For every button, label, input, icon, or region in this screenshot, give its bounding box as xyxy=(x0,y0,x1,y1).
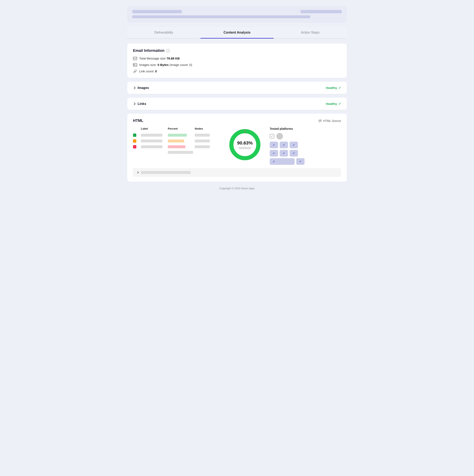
platform-row-2: ✓ ✓ ✓ xyxy=(270,150,341,156)
donut-chart: 90.63% xyxy=(226,127,263,162)
platform-item[interactable]: ✓ xyxy=(296,158,305,165)
main-container: Deliverability Content Analysis Action S… xyxy=(127,6,347,194)
envelope-icon xyxy=(133,57,137,60)
platform-item[interactable]: ✓ xyxy=(270,150,278,156)
platform-item[interactable]: ✓ xyxy=(270,142,278,148)
link-icon xyxy=(133,70,137,73)
table-row xyxy=(133,139,220,143)
images-chevron-icon xyxy=(132,86,135,89)
html-source-icon xyxy=(318,119,322,123)
svg-rect-1 xyxy=(133,63,137,66)
table-row xyxy=(133,145,220,148)
links-check-icon: ✓ xyxy=(338,102,341,106)
bottom-collapse-row[interactable] xyxy=(133,168,341,177)
platform-item[interactable]: ✓ xyxy=(280,142,288,148)
bottom-skeleton xyxy=(141,171,191,174)
platform-avatar xyxy=(276,133,283,139)
links-healthy-badge: Healthy ✓ xyxy=(326,102,341,106)
image-icon xyxy=(133,63,137,67)
nodes-skeleton xyxy=(195,145,210,148)
platform-item[interactable]: ✓ xyxy=(270,158,294,165)
message-size-row: Total Message size 79.88 KB xyxy=(133,57,341,60)
table-row-extra xyxy=(133,151,220,154)
platform-item[interactable]: ✓ xyxy=(290,142,298,148)
header-card xyxy=(127,6,347,23)
images-healthy-badge: Healthy ✓ xyxy=(326,86,341,90)
red-dot xyxy=(133,145,136,148)
platform-grid: ✓ ✓ ✓ ✓ ✓ ✓ ✓ ✓ xyxy=(270,142,341,165)
platform-row-1: ✓ ✓ ✓ xyxy=(270,142,341,148)
email-info-title: Email Information i xyxy=(133,49,341,53)
label-skeleton xyxy=(141,145,163,148)
html-card: HTML HTML Source Label Percent Nodes xyxy=(127,114,347,182)
html-title: HTML xyxy=(133,119,143,123)
header-skeleton-2 xyxy=(300,10,342,13)
label-skeleton xyxy=(141,139,163,142)
html-card-header: HTML HTML Source xyxy=(133,119,341,123)
html-content: Label Percent Nodes xyxy=(133,127,341,165)
link-count-row: Link count: 0 xyxy=(133,69,341,73)
html-table: Label Percent Nodes xyxy=(133,127,220,156)
percent-bar-orange xyxy=(168,139,184,142)
tested-platforms: Tested platforms ✓ ✓ ✓ ✓ ✓ ✓ ✓ xyxy=(270,127,341,165)
tab-content-analysis[interactable]: Content Analysis xyxy=(200,27,274,38)
html-source-button[interactable]: HTML Source xyxy=(318,119,341,123)
platform-row-3: ✓ ✓ xyxy=(270,158,341,165)
table-row xyxy=(133,134,220,137)
percent-bar-red xyxy=(168,145,185,148)
extra-skeleton xyxy=(168,151,193,154)
links-chevron-icon xyxy=(132,102,135,105)
html-table-header: Label Percent Nodes xyxy=(133,127,220,131)
percent-bar-green xyxy=(168,134,187,137)
tab-action-steps[interactable]: Action Steps xyxy=(274,27,347,38)
nodes-skeleton xyxy=(195,134,210,137)
donut-sub-skeleton xyxy=(239,147,251,149)
platform-checkbox[interactable]: ✓ xyxy=(270,134,274,138)
images-section[interactable]: Images Healthy ✓ xyxy=(127,82,347,94)
label-skeleton xyxy=(141,134,163,137)
images-size-row: Images size: 0 Bytes (Image count: 0) xyxy=(133,63,341,67)
platform-item[interactable]: ✓ xyxy=(280,150,288,156)
bottom-chevron-icon xyxy=(136,171,139,173)
green-dot xyxy=(133,134,136,137)
images-check-icon: ✓ xyxy=(338,86,341,90)
header-skeleton-3 xyxy=(132,15,310,18)
tested-platforms-title: Tested platforms xyxy=(270,127,341,130)
links-section[interactable]: Links Healthy ✓ xyxy=(127,98,347,110)
nodes-skeleton xyxy=(195,139,210,142)
orange-dot xyxy=(133,139,136,143)
svg-rect-0 xyxy=(133,57,137,60)
email-information-card: Email Information i Total Message size 7… xyxy=(127,44,347,78)
header-skeleton-1 xyxy=(132,10,182,13)
copyright: Copyright © 2023 Glock Apps xyxy=(127,187,347,194)
platform-item[interactable]: ✓ xyxy=(290,150,298,156)
info-icon[interactable]: i xyxy=(166,49,170,53)
platform-top-row: ✓ xyxy=(270,133,341,139)
donut-center: 90.63% xyxy=(237,140,253,149)
tabs-container: Deliverability Content Analysis Action S… xyxy=(127,27,347,39)
tab-deliverability[interactable]: Deliverability xyxy=(127,27,200,38)
